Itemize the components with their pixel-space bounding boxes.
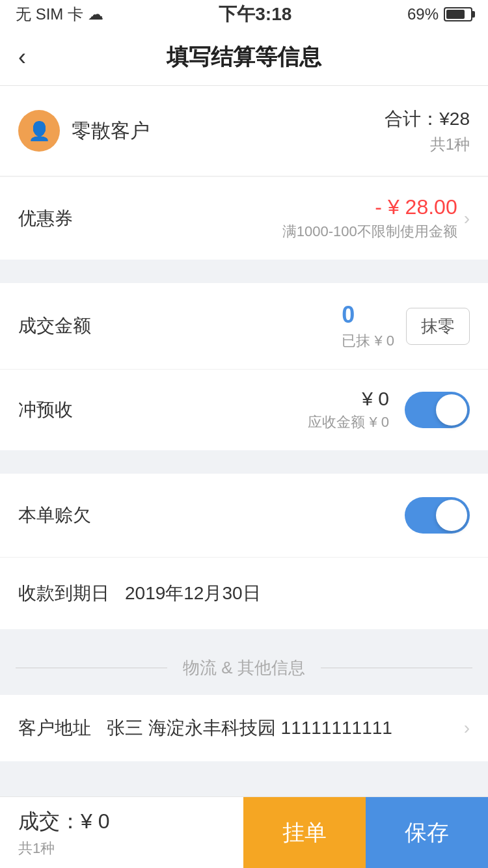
deal-sub: 已抹 ¥ 0 bbox=[342, 331, 394, 351]
main-content: 👤 零散客户 合计：¥28 共1种 优惠券 - ¥ 28.00 满1000-10… bbox=[0, 86, 488, 851]
status-bar: 无 SIM 卡 ☁ 下午3:18 69% bbox=[0, 0, 488, 29]
status-time: 下午3:18 bbox=[219, 2, 291, 27]
due-date-label: 收款到期日 bbox=[18, 581, 109, 606]
coupon-desc: 满1000-100不限制使用金额 bbox=[282, 222, 457, 241]
total-amount: 合计：¥28 bbox=[385, 107, 470, 131]
deal-row: 成交金额 0 已抹 ¥ 0 抹零 bbox=[0, 283, 488, 370]
coupon-right: - ¥ 28.00 满1000-100不限制使用金额 › bbox=[282, 195, 470, 241]
prepay-row: 冲预收 ¥ 0 应收金额 ¥ 0 bbox=[0, 370, 488, 450]
total-count: 共1种 bbox=[385, 134, 470, 155]
save-button[interactable]: 保存 bbox=[366, 797, 488, 869]
prepay-toggle[interactable] bbox=[405, 392, 470, 428]
address-section: 客户地址 张三 海淀永丰科技园 11111111111 › bbox=[0, 695, 488, 761]
avatar-char: 👤 bbox=[28, 120, 51, 142]
battery-icon bbox=[444, 7, 472, 21]
customer-name: 零散客户 bbox=[72, 118, 150, 144]
debt-label: 本单赊欠 bbox=[18, 503, 91, 528]
logistics-line-right bbox=[321, 668, 472, 668]
address-value: 张三 海淀永丰科技园 11111111111 bbox=[107, 716, 464, 740]
debt-section: 本单赊欠 收款到期日 2019年12月30日 bbox=[0, 474, 488, 629]
deal-section: 成交金额 0 已抹 ¥ 0 抹零 冲预收 ¥ 0 应收金额 ¥ 0 bbox=[0, 283, 488, 450]
toggle-knob bbox=[436, 394, 467, 426]
round-zero-button[interactable]: 抹零 bbox=[406, 308, 470, 345]
customer-section: 👤 零散客户 合计：¥28 共1种 优惠券 - ¥ 28.00 满1000-10… bbox=[0, 86, 488, 260]
prepay-right: ¥ 0 应收金额 ¥ 0 bbox=[308, 388, 470, 432]
due-date-value: 2019年12月30日 bbox=[125, 581, 261, 606]
coupon-info: - ¥ 28.00 满1000-100不限制使用金额 bbox=[282, 195, 457, 241]
back-button[interactable]: ‹ bbox=[18, 44, 26, 71]
bottom-deal-label: 成交： bbox=[18, 809, 81, 833]
hold-button[interactable]: 挂单 bbox=[243, 797, 366, 869]
sim-label: 无 SIM 卡 ☁ bbox=[16, 4, 103, 25]
address-chevron-icon: › bbox=[464, 718, 470, 739]
bottom-count: 共1种 bbox=[18, 839, 225, 858]
bottom-deal-text: 成交：¥ 0 bbox=[18, 807, 225, 836]
prepay-amount: ¥ 0 bbox=[308, 388, 389, 410]
address-label: 客户地址 bbox=[18, 716, 91, 740]
logistics-line-left bbox=[16, 668, 167, 668]
logistics-label: 物流 & 其他信息 bbox=[183, 657, 305, 679]
debt-toggle[interactable] bbox=[405, 497, 470, 534]
coupon-row[interactable]: 优惠券 - ¥ 28.00 满1000-100不限制使用金额 › bbox=[0, 176, 488, 260]
customer-row: 👤 零散客户 合计：¥28 共1种 bbox=[0, 86, 488, 176]
coupon-amount: - ¥ 28.00 bbox=[282, 195, 457, 219]
deal-right: 0 已抹 ¥ 0 抹零 bbox=[342, 301, 470, 351]
avatar: 👤 bbox=[18, 110, 60, 152]
bottom-summary: 成交：¥ 0 共1种 bbox=[0, 807, 243, 858]
prepay-values: ¥ 0 应收金额 ¥ 0 bbox=[308, 388, 389, 432]
status-right: 69% bbox=[407, 5, 472, 23]
debt-row: 本单赊欠 bbox=[0, 474, 488, 558]
chevron-right-icon: › bbox=[464, 208, 470, 229]
due-date-row: 收款到期日 2019年12月30日 bbox=[0, 558, 488, 629]
prepay-label: 冲预收 bbox=[18, 398, 73, 422]
prepay-sub: 应收金额 ¥ 0 bbox=[308, 413, 389, 432]
divider-1 bbox=[0, 271, 488, 283]
logistics-divider: 物流 & 其他信息 bbox=[0, 641, 488, 695]
bottom-deal-amount: ¥ 0 bbox=[81, 809, 109, 833]
customer-left: 👤 零散客户 bbox=[18, 110, 150, 152]
divider-2 bbox=[0, 462, 488, 474]
page-title: 填写结算等信息 bbox=[167, 42, 321, 72]
customer-right: 合计：¥28 共1种 bbox=[385, 107, 470, 155]
debt-toggle-knob bbox=[436, 500, 467, 531]
battery-percent: 69% bbox=[407, 5, 439, 23]
nav-bar: ‹ 填写结算等信息 bbox=[0, 29, 488, 86]
status-left: 无 SIM 卡 ☁ bbox=[16, 4, 103, 25]
bottom-bar: 成交：¥ 0 共1种 挂单 保存 bbox=[0, 796, 488, 868]
coupon-label: 优惠券 bbox=[18, 206, 73, 231]
deal-value: 0 bbox=[342, 301, 394, 329]
address-row[interactable]: 客户地址 张三 海淀永丰科技园 11111111111 › bbox=[0, 695, 488, 761]
deal-label: 成交金额 bbox=[18, 314, 91, 338]
